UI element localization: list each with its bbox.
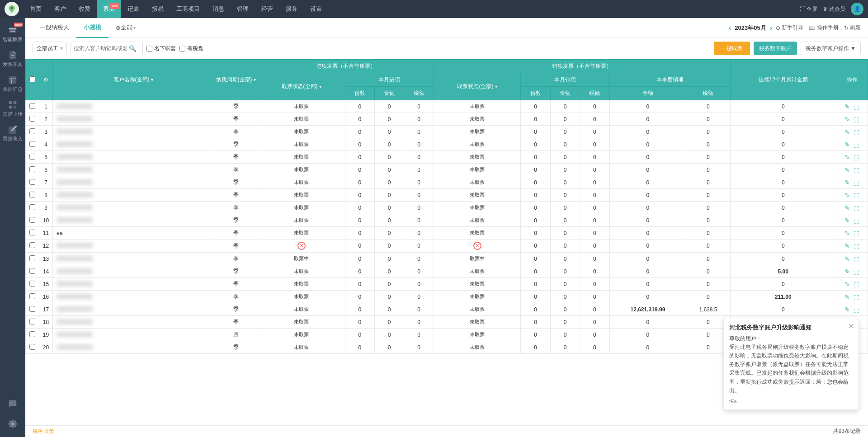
- row-checkbox[interactable]: [29, 230, 35, 235]
- copy-icon[interactable]: ⬚: [854, 255, 859, 263]
- edit-icon[interactable]: ✎: [844, 306, 850, 313]
- new-guide-button[interactable]: ⊙ 新手引导: [776, 24, 803, 32]
- edit-icon[interactable]: ✎: [844, 204, 850, 211]
- tab-small-scale[interactable]: 小规模: [76, 18, 108, 38]
- one-key-ticket-button[interactable]: 一键取票: [714, 42, 750, 55]
- nav-item-消息[interactable]: 消息: [206, 0, 231, 18]
- copy-icon[interactable]: ⬚: [854, 204, 859, 211]
- next-month-button[interactable]: ›: [770, 24, 772, 32]
- sidebar-item-scan-upload[interactable]: 扫描上传: [0, 96, 25, 121]
- error-status-in[interactable]: ✕: [297, 242, 306, 250]
- copy-icon[interactable]: ⬚: [854, 192, 859, 199]
- sidebar-item-ticket-entry[interactable]: 票据录入: [0, 121, 25, 146]
- row-checkbox[interactable]: [29, 319, 35, 324]
- row-checkbox[interactable]: [29, 103, 35, 109]
- copy-icon[interactable]: ⬚: [854, 166, 859, 174]
- sidebar-item-ticket-summary[interactable]: 票据汇总: [0, 71, 25, 96]
- edit-icon[interactable]: ✎: [844, 281, 850, 288]
- vip-button[interactable]: ♛ 购会员: [823, 5, 845, 13]
- user-avatar[interactable]: 👤: [851, 3, 863, 15]
- th-in-status[interactable]: 取票状态(全部) ▾: [258, 73, 345, 100]
- notification-close-button[interactable]: ✕: [848, 322, 854, 330]
- th-customer-name[interactable]: 客户名称(全部) ▾: [53, 60, 214, 100]
- nav-item-服务[interactable]: 服务: [279, 0, 304, 18]
- sidebar-item-message[interactable]: [8, 395, 18, 413]
- edit-icon[interactable]: ✎: [844, 217, 850, 224]
- row-checkbox[interactable]: [29, 154, 35, 160]
- copy-icon[interactable]: ⬚: [854, 128, 859, 136]
- edit-icon[interactable]: ✎: [844, 141, 850, 148]
- edit-icon[interactable]: ✎: [844, 166, 850, 174]
- checkbox-tax-disk[interactable]: 有税盘: [179, 45, 203, 52]
- copy-icon[interactable]: ⬚: [854, 141, 859, 148]
- row-checkbox[interactable]: [29, 192, 35, 197]
- edit-icon[interactable]: ✎: [844, 242, 850, 249]
- row-checkbox[interactable]: [29, 141, 35, 147]
- row-checkbox[interactable]: [29, 204, 35, 210]
- copy-icon[interactable]: ⬚: [854, 281, 859, 288]
- tax-digital-account-button[interactable]: 税务数字账户: [754, 42, 797, 55]
- error-status-out[interactable]: ✕: [473, 242, 481, 250]
- nav-item-收费[interactable]: 收费: [72, 0, 97, 18]
- row-checkbox[interactable]: [29, 116, 35, 122]
- sidebar-item-invoice-open[interactable]: 发票开具: [0, 47, 25, 71]
- edit-icon[interactable]: ✎: [844, 103, 850, 110]
- row-checkbox[interactable]: [29, 306, 35, 312]
- tab-all-in-one[interactable]: ⊕ 全能 ▾: [108, 18, 143, 38]
- th-out-status[interactable]: 取票状态(全部) ▾: [434, 73, 521, 100]
- checkbox-tax-disk-input[interactable]: [179, 46, 185, 52]
- tab-general-taxpayer[interactable]: 一般纳税人: [33, 18, 76, 38]
- row-checkbox[interactable]: [29, 281, 35, 287]
- edit-icon[interactable]: ✎: [844, 192, 850, 199]
- copy-icon[interactable]: ⬚: [854, 268, 859, 275]
- copy-icon[interactable]: ⬚: [854, 306, 859, 313]
- row-checkbox[interactable]: [29, 255, 35, 261]
- search-button[interactable]: 🔍: [128, 45, 137, 52]
- app-logo[interactable]: [5, 2, 19, 16]
- row-checkbox[interactable]: [29, 128, 35, 134]
- copy-icon[interactable]: ⬚: [854, 103, 859, 110]
- copy-icon[interactable]: ⬚: [854, 230, 859, 237]
- copy-icon[interactable]: ⬚: [854, 154, 859, 161]
- copy-icon[interactable]: ⬚: [854, 179, 859, 186]
- nav-item-客户[interactable]: 客户: [48, 0, 72, 18]
- copy-icon[interactable]: ⬚: [854, 242, 859, 249]
- copy-icon[interactable]: ⬚: [854, 116, 859, 123]
- edit-icon[interactable]: ✎: [844, 116, 850, 123]
- prev-month-button[interactable]: ‹: [729, 24, 731, 32]
- search-input[interactable]: [74, 45, 128, 52]
- edit-icon[interactable]: ✎: [844, 128, 850, 136]
- th-tax-period[interactable]: 纳税周期(全部) ▾: [214, 60, 258, 100]
- row-checkbox[interactable]: [29, 293, 35, 299]
- sidebar-item-settings[interactable]: [8, 415, 18, 432]
- tax-digital-account-ops-button[interactable]: 税务数字账户操作 ▼: [801, 42, 861, 55]
- select-all-checkbox[interactable]: [29, 76, 35, 82]
- edit-icon[interactable]: ✎: [844, 293, 850, 301]
- refresh-button[interactable]: ↻ 刷新: [844, 24, 861, 32]
- nav-item-设置[interactable]: 设置: [304, 0, 328, 18]
- copy-icon[interactable]: ⬚: [854, 293, 859, 301]
- row-checkbox[interactable]: [29, 331, 35, 337]
- fullscreen-button[interactable]: ⛶ 全屏: [800, 5, 817, 13]
- checkbox-account-set-input[interactable]: [146, 46, 152, 52]
- nav-item-工商项目[interactable]: 工商项目: [170, 0, 206, 18]
- row-checkbox[interactable]: [29, 242, 35, 248]
- edit-icon[interactable]: ✎: [844, 179, 850, 186]
- nav-item-票据[interactable]: 票据new: [97, 0, 121, 18]
- manual-button[interactable]: 📖 操作手册: [809, 24, 839, 32]
- edit-icon[interactable]: ✎: [844, 255, 850, 263]
- edit-icon[interactable]: ✎: [844, 230, 850, 237]
- nav-item-记账[interactable]: 记账: [121, 0, 146, 18]
- employee-select[interactable]: 全部员工 ▾: [33, 42, 67, 55]
- checkbox-account-set[interactable]: 名下帐套: [146, 45, 176, 52]
- copy-icon[interactable]: ⬚: [854, 217, 859, 224]
- row-checkbox[interactable]: [29, 344, 35, 350]
- row-checkbox[interactable]: [29, 179, 35, 185]
- nav-item-经营[interactable]: 经营: [255, 0, 279, 18]
- row-checkbox[interactable]: [29, 166, 35, 172]
- edit-icon[interactable]: ✎: [844, 154, 850, 161]
- row-checkbox[interactable]: [29, 217, 35, 223]
- nav-item-首页[interactable]: 首页: [24, 0, 48, 18]
- edit-icon[interactable]: ✎: [844, 268, 850, 275]
- tax-policy-link[interactable]: 税务政策: [33, 428, 54, 435]
